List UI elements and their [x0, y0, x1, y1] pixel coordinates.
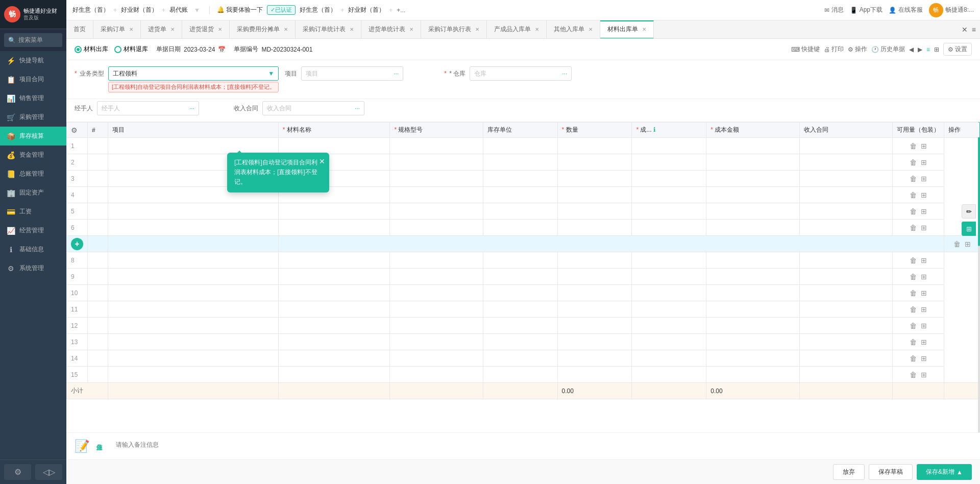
- sidebar-item-inventory[interactable]: 📦 库存核算: [0, 127, 66, 146]
- tooltip-close-button[interactable]: ✕: [319, 156, 325, 167]
- handler-search-icon[interactable]: ···: [189, 105, 194, 112]
- topbar-more-link[interactable]: +...: [397, 7, 405, 14]
- tab-material-out[interactable]: 材料出库单 ✕: [600, 20, 654, 39]
- history-button[interactable]: 🕐 历史单据: [871, 43, 905, 56]
- tab-purchase-stats[interactable]: 采购订单统计表 ✕: [296, 20, 361, 39]
- row-delete-icon[interactable]: 🗑: [910, 158, 917, 166]
- tab-product-in-close[interactable]: ✕: [535, 27, 539, 32]
- shortcut-button[interactable]: ⌨ 快捷键: [791, 43, 820, 56]
- row-copy-icon[interactable]: ⊞: [921, 256, 927, 264]
- sidebar-item-purchase[interactable]: 🛒 采购管理: [0, 108, 66, 127]
- tab-menu-button[interactable]: ≡: [972, 26, 976, 34]
- radio-material-return[interactable]: 材料退库: [114, 45, 148, 54]
- row-copy-icon[interactable]: ⊞: [921, 322, 927, 330]
- scrollbar-thumb[interactable]: [978, 122, 980, 246]
- sidebar-item-assets[interactable]: 🏢 固定资产: [0, 183, 66, 202]
- settings-button[interactable]: ⚙: [4, 464, 31, 480]
- view-list-button[interactable]: ≡: [926, 43, 930, 56]
- row-copy-icon[interactable]: ⊞: [921, 224, 927, 232]
- nav-prev-button[interactable]: ◀: [909, 43, 914, 56]
- row-delete-icon[interactable]: 🗑: [910, 256, 917, 264]
- message-button[interactable]: ✉ 消息: [824, 6, 844, 14]
- user-profile[interactable]: 畅 畅捷通8:...: [929, 3, 974, 17]
- row-copy-icon[interactable]: ⊞: [921, 175, 927, 183]
- row-delete-icon[interactable]: 🗑: [910, 322, 917, 330]
- online-service-button[interactable]: 👤 在线客服: [889, 6, 923, 14]
- app-download-button[interactable]: 📱 App下载: [850, 6, 883, 14]
- tab-purchase-order-close[interactable]: ✕: [129, 27, 133, 32]
- tab-home[interactable]: 首页: [66, 20, 93, 39]
- row-copy-icon[interactable]: ⊞: [921, 305, 927, 313]
- row-delete-icon[interactable]: 🗑: [953, 240, 961, 248]
- nav-next-button[interactable]: ▶: [918, 43, 922, 56]
- row-delete-icon[interactable]: 🗑: [910, 371, 917, 379]
- row-delete-icon[interactable]: 🗑: [910, 224, 917, 232]
- business-type-input[interactable]: 工程领料 ▼: [108, 66, 279, 81]
- sidebar-item-operations[interactable]: 📈 经营管理: [0, 221, 66, 240]
- operation-button[interactable]: ⚙ 操作: [848, 43, 867, 56]
- tab-other-in[interactable]: 其他入库单 ✕: [547, 20, 600, 39]
- sidebar-item-quicknav[interactable]: ⚡ 快捷导航: [0, 51, 66, 70]
- view-card-button[interactable]: ⊞: [934, 43, 939, 56]
- date-value[interactable]: 2023-03-24: [184, 46, 215, 53]
- save-new-button[interactable]: 保存&新增 ▲: [917, 464, 972, 480]
- row-delete-icon[interactable]: 🗑: [910, 338, 917, 346]
- tab-goods-stats[interactable]: 进货单统计表 ✕: [361, 20, 421, 39]
- row-delete-icon[interactable]: 🗑: [910, 207, 917, 215]
- topbar-link2-haoyecai[interactable]: 好业财（首）: [348, 6, 385, 14]
- tab-purchase-expense-close[interactable]: ✕: [284, 27, 288, 32]
- row-copy-icon[interactable]: ⊞: [921, 371, 927, 379]
- sidebar-item-basicinfo[interactable]: ℹ 基础信息: [0, 240, 66, 259]
- col-header-gear[interactable]: ⚙: [67, 123, 88, 138]
- warehouse-input[interactable]: 仓库 ···: [470, 66, 572, 81]
- row-copy-icon[interactable]: ⊞: [921, 289, 927, 297]
- active-cell-input-1[interactable]: [92, 236, 104, 252]
- row-delete-icon[interactable]: 🗑: [910, 273, 917, 281]
- row-delete-icon[interactable]: 🗑: [910, 175, 917, 183]
- tab-purchase-stats-close[interactable]: ✕: [350, 27, 354, 32]
- topbar-link-haoyecai[interactable]: 好业财（首）: [121, 6, 158, 14]
- col-settings-icon[interactable]: ⚙: [71, 126, 78, 134]
- project-input[interactable]: 项目 ···: [301, 66, 403, 81]
- cost-info-icon[interactable]: ℹ: [653, 126, 656, 133]
- tab-close-all-button[interactable]: ✕: [962, 26, 968, 34]
- radio-material-out[interactable]: 材料出库: [75, 45, 108, 54]
- handler-input[interactable]: 经手人 ···: [97, 101, 199, 115]
- topbar-trial-link[interactable]: 🔔 我要体验一下: [217, 6, 263, 14]
- tab-purchase-expense[interactable]: 采购费用分摊单 ✕: [230, 20, 296, 39]
- sidebar-item-ledger[interactable]: 📒 总账管理: [0, 164, 66, 183]
- project-search-icon[interactable]: ···: [394, 70, 399, 77]
- row-copy-icon[interactable]: ⊞: [921, 142, 927, 150]
- topbar-link-yidaizhang[interactable]: 易代账: [169, 6, 188, 14]
- form-settings-button[interactable]: ⚙ 设置: [943, 43, 972, 56]
- tab-purchase-in[interactable]: 进货单 ✕: [141, 20, 182, 39]
- print-button[interactable]: 🖨 打印: [824, 43, 844, 56]
- tab-purchase-order[interactable]: 采购订单 ✕: [93, 20, 141, 39]
- income-contract-input[interactable]: 收入合同 ···: [262, 101, 364, 115]
- tab-goods-stats-close[interactable]: ✕: [409, 27, 413, 32]
- search-menu-button[interactable]: 🔍 搜索菜单: [4, 33, 62, 47]
- sidebar-item-sales[interactable]: 📊 销售管理: [0, 89, 66, 108]
- tab-other-in-close[interactable]: ✕: [589, 27, 593, 32]
- tab-purchase-return[interactable]: 进货退货 ✕: [182, 20, 230, 39]
- row-copy-icon[interactable]: ⊞: [921, 191, 927, 199]
- sidebar-item-project[interactable]: 📋 项目合同: [0, 70, 66, 89]
- row-delete-icon[interactable]: 🗑: [910, 191, 917, 199]
- tab-purchase-in-close[interactable]: ✕: [170, 27, 175, 32]
- calendar-icon[interactable]: 📅: [218, 46, 226, 53]
- row-copy-icon[interactable]: ⊞: [921, 207, 927, 215]
- row-delete-icon[interactable]: 🗑: [910, 354, 917, 362]
- sidebar-item-funds[interactable]: 💰 资金管理: [0, 146, 66, 164]
- topbar-link-haoshengyi[interactable]: 好生意（首）: [72, 6, 109, 14]
- topbar-link2-haoshengyi[interactable]: 好生意（首）: [300, 6, 336, 14]
- row-copy-icon[interactable]: ⊞: [921, 273, 927, 281]
- sidebar-item-sysadmin[interactable]: ⚙ 系统管理: [0, 259, 66, 278]
- row-copy-icon[interactable]: ⊞: [921, 354, 927, 362]
- sidebar-item-payroll[interactable]: 💳 工资: [0, 202, 66, 221]
- income-contract-search-icon[interactable]: ···: [355, 105, 360, 112]
- edge-tool-edit[interactable]: ✏: [962, 204, 976, 219]
- edge-tool-table[interactable]: ⊞: [962, 222, 976, 236]
- tab-purchase-return-close[interactable]: ✕: [218, 27, 222, 32]
- tab-product-in[interactable]: 产成品入库单 ✕: [487, 20, 547, 39]
- notes-input[interactable]: [112, 439, 972, 450]
